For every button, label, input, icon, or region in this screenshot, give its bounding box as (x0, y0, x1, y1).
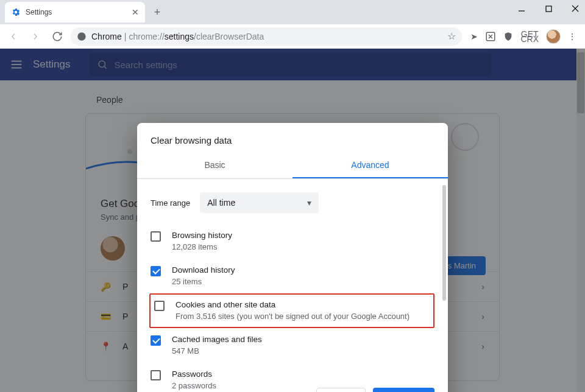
time-range-label: Time range (151, 198, 190, 208)
checkbox-download-history[interactable] (151, 266, 161, 276)
profile-avatar[interactable] (546, 29, 561, 44)
svg-point-4 (77, 32, 85, 40)
browser-toolbar: Chrome|chrome://settings/clearBrowserDat… (0, 24, 585, 49)
option-cached[interactable]: Cached images and files 547 MB (151, 328, 434, 363)
tab-strip: Settings ✕ + (0, 0, 585, 24)
checkbox-passwords[interactable] (151, 370, 161, 380)
chevron-down-icon: ▾ (307, 198, 311, 208)
reload-button[interactable] (49, 28, 66, 45)
window-controls (514, 1, 583, 16)
maximize-icon[interactable] (541, 1, 556, 16)
option-download-history[interactable]: Download history 25 items (151, 259, 434, 293)
minimize-icon[interactable] (514, 1, 529, 16)
checkbox-cached[interactable] (151, 335, 161, 346)
forward-button[interactable] (27, 28, 44, 45)
extension-x-icon[interactable] (485, 31, 496, 42)
tab-title: Settings (26, 8, 132, 16)
settings-app: Settings Search settings People Get Goo … (0, 49, 585, 392)
omnibox-text: Chrome|chrome://settings/clearBrowserDat… (91, 32, 264, 41)
option-browsing-history[interactable]: Browsing history 12,028 items (151, 224, 434, 259)
extension-icons: ➤ GET CRX ⋮ (467, 29, 580, 44)
gear-icon (11, 7, 21, 17)
dialog-tabs: Basic Advanced (137, 155, 448, 179)
dialog-content: Time range All time ▾ Browsing history 1… (137, 179, 448, 374)
back-button[interactable] (5, 28, 22, 45)
time-range-select[interactable]: All time ▾ (200, 192, 319, 213)
option-cookies[interactable]: Cookies and other site data From 3,516 s… (149, 293, 434, 328)
shield-icon[interactable] (503, 32, 513, 41)
dialog-title: Clear browsing data (137, 123, 448, 155)
dialog-scrollbar[interactable] (442, 185, 446, 301)
tab-advanced[interactable]: Advanced (292, 155, 448, 178)
address-bar[interactable]: Chrome|chrome://settings/clearBrowserDat… (71, 27, 462, 46)
checkbox-cookies[interactable] (154, 301, 165, 311)
getcrx-icon[interactable]: GET CRX (520, 32, 539, 41)
site-info-icon[interactable] (77, 32, 87, 41)
tab-basic[interactable]: Basic (137, 155, 292, 178)
checkbox-browsing-history[interactable] (151, 231, 161, 242)
menu-kebab-icon[interactable]: ⋮ (568, 32, 576, 41)
new-tab-button[interactable]: + (149, 4, 166, 21)
plane-icon[interactable]: ➤ (470, 32, 478, 41)
clear-browsing-data-dialog: Clear browsing data Basic Advanced Time … (137, 123, 448, 392)
svg-rect-1 (546, 6, 551, 12)
option-passwords[interactable]: Passwords 2 passwords (151, 363, 434, 392)
tab-close-icon[interactable]: ✕ (132, 7, 139, 17)
browser-tab[interactable]: Settings ✕ (5, 2, 145, 23)
bookmark-star-icon[interactable]: ☆ (447, 30, 456, 42)
close-icon[interactable] (568, 1, 583, 16)
browser-chrome: Settings ✕ + Chrome|chrome://settings/cl… (0, 0, 585, 49)
